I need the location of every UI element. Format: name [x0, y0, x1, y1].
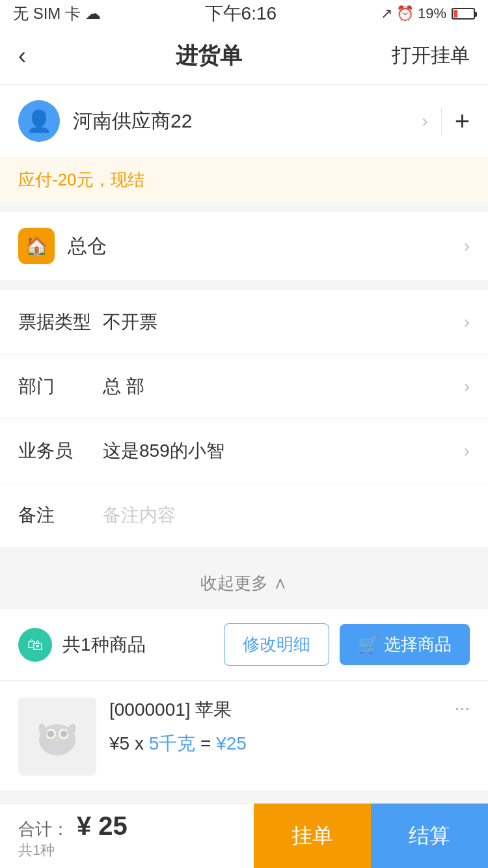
remark-row[interactable]: 备注 备注内容 [0, 483, 488, 547]
footer-total: 合计： ¥ 25 共1种 [0, 804, 254, 868]
warehouse-icon: 🏠 [18, 228, 55, 264]
products-icon: 🛍 [18, 628, 52, 662]
product-thumbnail [18, 698, 96, 776]
product-unit-price: ¥5 [109, 733, 129, 753]
invoice-label: 票据类型 [18, 310, 103, 334]
edit-details-button[interactable]: 修改明细 [224, 623, 329, 666]
footer-total-amount: ¥ 25 [77, 811, 128, 841]
dept-row[interactable]: 部门 总 部 › [0, 355, 488, 419]
remark-label: 备注 [18, 503, 103, 528]
supplier-row[interactable]: 👤 河南供应商22 › + [0, 85, 488, 158]
warehouse-row[interactable]: 🏠 总仓 › [0, 212, 488, 280]
product-info: [0000001] 苹果 ¥5 x 5千克 = ¥25 [109, 698, 455, 756]
status-right: ↗ ⏰ 19% [381, 5, 475, 22]
product-name: [0000001] 苹果 [109, 698, 455, 722]
svg-point-3 [47, 731, 54, 737]
dept-label: 部门 [18, 374, 103, 399]
warehouse-section: 🏠 总仓 › [0, 212, 488, 280]
footer: 合计： ¥ 25 共1种 挂单 结算 [0, 803, 488, 868]
product-title: 苹果 [195, 699, 232, 720]
form-section: 票据类型 不开票 › 部门 总 部 › 业务员 这是859的小智 › 备注 备注… [0, 290, 488, 547]
product-price: ¥5 x 5千克 = ¥25 [109, 731, 455, 756]
avatar-icon: 👤 [26, 109, 52, 133]
product-equals-icon: = [200, 733, 216, 753]
collapse-button[interactable]: 收起更多 ∧ [0, 558, 488, 609]
remark-input[interactable]: 备注内容 [103, 503, 470, 528]
sales-row[interactable]: 业务员 这是859的小智 › [0, 419, 488, 483]
supplier-avatar: 👤 [18, 100, 60, 142]
divider [441, 107, 442, 135]
invoice-row[interactable]: 票据类型 不开票 › [0, 290, 488, 355]
select-product-label: 选择商品 [384, 633, 452, 656]
invoice-chevron-icon: › [464, 312, 470, 332]
battery-icon [452, 8, 475, 20]
nav-bar: ‹ 进货单 打开挂单 [0, 27, 488, 85]
product-more-button[interactable]: ··· [455, 698, 470, 718]
sales-value: 这是859的小智 [103, 439, 464, 463]
owl-logo-icon [31, 711, 83, 763]
location-icon: ↗ [381, 5, 392, 22]
page-title: 进货单 [176, 41, 242, 71]
battery-text: 19% [418, 5, 446, 22]
products-header: 🛍 共1种商品 修改明细 🛒 选择商品 [0, 609, 488, 681]
invoice-value: 不开票 [103, 310, 464, 334]
hold-order-button[interactable]: 挂单 [254, 804, 371, 868]
add-supplier-button[interactable]: + [455, 107, 470, 136]
no-sim-text: 无 SIM 卡 ☁ [13, 3, 101, 24]
home-icon: 🏠 [25, 236, 48, 257]
product-total: ¥25 [216, 733, 247, 753]
sales-chevron-icon: › [464, 441, 470, 461]
sales-label: 业务员 [18, 439, 103, 463]
dept-chevron-icon: › [464, 376, 470, 397]
footer-total-label: 合计： [18, 818, 69, 841]
footer-sub-text: 共1种 [18, 841, 236, 860]
products-section: 🛍 共1种商品 修改明细 🛒 选择商品 [0, 609, 488, 681]
supplier-chevron-icon: › [422, 111, 427, 131]
status-bar: 无 SIM 卡 ☁ 下午6:16 ↗ ⏰ 19% [0, 0, 488, 27]
warehouse-chevron-icon: › [464, 236, 470, 256]
svg-point-4 [61, 731, 67, 737]
product-multiply-icon: x [135, 733, 149, 753]
product-code: [0000001] [109, 699, 191, 720]
open-hold-button[interactable]: 打开挂单 [392, 42, 470, 69]
product-qty: 5千克 [149, 733, 196, 753]
settle-button[interactable]: 结算 [371, 804, 488, 868]
status-left: 无 SIM 卡 ☁ [13, 3, 101, 24]
back-button[interactable]: ‹ [18, 42, 26, 70]
supplier-section: 👤 河南供应商22 › + 应付-20元，现结 [0, 85, 488, 202]
supplier-name: 河南供应商22 [73, 108, 422, 135]
status-time: 下午6:16 [205, 1, 277, 26]
supplier-info-banner: 应付-20元，现结 [0, 158, 488, 202]
product-count-text: 共1种商品 [62, 632, 224, 657]
select-product-button[interactable]: 🛒 选择商品 [340, 624, 470, 665]
collapse-text: 收起更多 ∧ [200, 572, 287, 595]
warehouse-name: 总仓 [68, 233, 464, 260]
alarm-icon: ⏰ [396, 5, 414, 22]
bag-icon: 🛍 [27, 636, 43, 654]
cart-icon: 🛒 [358, 634, 379, 655]
product-item: [0000001] 苹果 ¥5 x 5千克 = ¥25 ··· [0, 682, 488, 792]
dept-value: 总 部 [103, 374, 464, 399]
